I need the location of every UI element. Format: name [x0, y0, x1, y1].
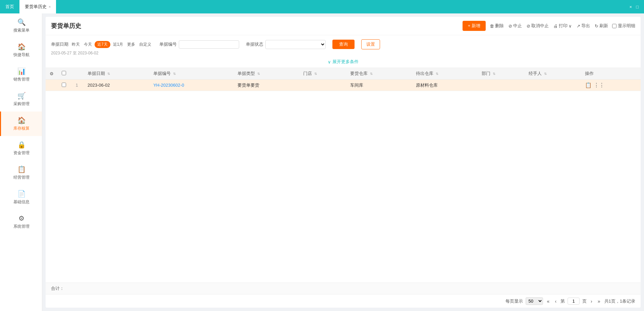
print-chevron-icon: ∨: [569, 24, 572, 29]
row-store: [299, 80, 346, 91]
date-filter-label: 单据日期: [51, 41, 68, 47]
system-icon: ⚙: [18, 214, 24, 222]
th-doc-type: 单据类型 ⇅: [233, 68, 299, 80]
th-doc-no-label: 单据编号: [153, 71, 171, 76]
row-settings-cell: [46, 80, 58, 91]
sidebar-item-basic-info[interactable]: 📄 基础信息: [0, 185, 42, 210]
row-doc-no: YH-20230602-0: [149, 80, 233, 91]
chart-icon: 📊: [17, 67, 26, 75]
status-select[interactable]: [265, 40, 326, 49]
th-action: 操作: [581, 68, 641, 80]
settings-button[interactable]: 设置: [361, 39, 380, 49]
th-checkbox: [58, 68, 70, 80]
page-input[interactable]: [568, 298, 580, 305]
data-table: ⚙ 单据日期 ⇅ 单据编号: [46, 68, 641, 91]
row-checkbox[interactable]: [62, 83, 66, 87]
sort-req-warehouse-icon[interactable]: ⇅: [370, 72, 373, 76]
sidebar-item-purchase-label: 采购管理: [13, 101, 30, 107]
total-info: 共1页，1条记录: [604, 298, 635, 304]
table-footer: 合计：: [46, 282, 641, 294]
first-page-btn[interactable]: «: [546, 298, 551, 305]
th-pending-warehouse: 待出仓库 ⇅: [412, 68, 478, 80]
tab-requisition-history[interactable]: 要货单历史 ×: [19, 0, 56, 13]
sidebar: 🔍 搜索菜单 🏠 快捷导航 📊 销售管理 🛒 采购管理 🏠 库存核算 🔒 资金管…: [0, 13, 42, 311]
table-row: 1 2023-06-02 YH-20230602-0 要货单要货 车间库 原材料…: [46, 80, 641, 91]
stop-button[interactable]: ⊘ 中止: [508, 21, 523, 30]
doc-no-link[interactable]: YH-20230602-0: [153, 83, 184, 88]
th-req-warehouse: 要货仓库 ⇅: [346, 68, 412, 80]
date-shortcut-today[interactable]: 今天: [83, 41, 93, 48]
sidebar-item-finance-mgmt[interactable]: 🔒 资金管理: [0, 136, 42, 161]
date-shortcut-7days[interactable]: 近7天: [95, 41, 110, 48]
new-button[interactable]: + 新增: [463, 21, 486, 31]
sidebar-item-system-label: 系统管理: [13, 224, 30, 229]
window-maximize-btn[interactable]: □: [636, 4, 639, 9]
expand-more-btn[interactable]: ∨ 展开更多条件: [51, 59, 635, 65]
th-department-label: 部门: [482, 71, 490, 76]
sort-doc-no-icon[interactable]: ⇅: [173, 72, 176, 76]
page-size-select[interactable]: 50 10 20 100: [526, 297, 543, 305]
sort-doc-date-icon[interactable]: ⇅: [107, 72, 110, 76]
cancel-stop-button[interactable]: ⊘ 取消中止: [526, 21, 549, 30]
filter-row: 单据日期 昨天 今天 近7天 近1月 更多 自定义 单据编号: [51, 39, 635, 49]
th-doc-date: 单据日期 ⇅: [84, 68, 149, 80]
sidebar-item-operations-mgmt[interactable]: 📋 经营管理: [0, 161, 42, 185]
cart-icon: 🛒: [17, 92, 26, 100]
toolbar: + 新增 🗑 删除 ⊘ 中止 ⊘ 取消中止 🖨 打: [463, 21, 635, 31]
show-detail-toggle[interactable]: 显示明细: [612, 23, 635, 29]
row-req-warehouse: 车间库: [346, 80, 412, 91]
sort-department-icon[interactable]: ⇅: [493, 72, 495, 76]
sidebar-item-inventory-calc[interactable]: 🏠 库存核算: [0, 112, 42, 136]
row-checkbox-cell: [58, 80, 70, 91]
prev-page-btn[interactable]: ‹: [553, 298, 558, 305]
delete-button[interactable]: 🗑 删除: [489, 21, 504, 30]
show-detail-checkbox[interactable]: [612, 24, 616, 28]
date-shortcut-custom[interactable]: 自定义: [138, 41, 153, 48]
export-label: 导出: [581, 23, 590, 29]
delete-icon: 🗑: [490, 24, 494, 29]
refresh-button[interactable]: ↻ 刷新: [594, 21, 609, 30]
window-close-btn[interactable]: ×: [630, 4, 632, 9]
refresh-icon: ↻: [595, 24, 598, 29]
row-action: 📋 ⋮⋮: [581, 80, 641, 91]
th-handler-label: 经手人: [529, 71, 542, 76]
sidebar-item-quick-nav[interactable]: 🏠 快捷导航: [0, 38, 42, 62]
row-view-btn[interactable]: 📋: [585, 82, 592, 88]
sort-doc-type-icon[interactable]: ⇅: [257, 72, 260, 76]
select-all-checkbox[interactable]: [62, 71, 66, 75]
tab-close-icon[interactable]: ×: [49, 5, 51, 9]
page-unit: 页: [582, 298, 587, 304]
column-settings-icon[interactable]: ⚙: [50, 71, 54, 76]
tab-requisition-label: 要货单历史: [25, 4, 47, 10]
sidebar-item-system-mgmt[interactable]: ⚙ 系统管理: [0, 210, 42, 234]
row-department: [478, 80, 525, 91]
date-shortcut-more[interactable]: 更多: [126, 41, 137, 48]
print-button[interactable]: 🖨 打印 ∨: [553, 21, 573, 30]
th-handler: 经手人 ⇅: [525, 68, 581, 80]
sidebar-item-search-menu[interactable]: 🔍 搜索菜单: [0, 13, 42, 38]
table-header-row: ⚙ 单据日期 ⇅ 单据编号: [46, 68, 641, 80]
row-pending-warehouse: 原材料仓库: [412, 80, 478, 91]
sort-store-icon[interactable]: ⇅: [314, 72, 317, 76]
date-shortcut-yesterday[interactable]: 昨天: [70, 41, 81, 48]
tab-home[interactable]: 首页: [0, 0, 19, 13]
content-area: 要货单历史 + 新增 🗑 删除 ⊘ 中止 ⊘ 取消中止: [42, 13, 644, 311]
sort-pending-warehouse-icon[interactable]: ⇅: [436, 72, 438, 76]
last-page-btn[interactable]: »: [596, 298, 602, 305]
page-header: 要货单历史 + 新增 🗑 删除 ⊘ 中止 ⊘ 取消中止: [46, 17, 641, 35]
inventory-icon: 🏠: [17, 116, 26, 124]
docno-input[interactable]: [179, 40, 239, 49]
sum-label: 合计：: [51, 286, 64, 291]
row-more-btn[interactable]: ⋮⋮: [594, 82, 604, 88]
sidebar-item-sales-mgmt[interactable]: 📊 销售管理: [0, 62, 42, 87]
stop-icon: ⊘: [508, 24, 512, 29]
date-shortcut-1month[interactable]: 近1月: [112, 41, 125, 48]
next-page-btn[interactable]: ›: [589, 298, 594, 305]
query-button[interactable]: 查询: [332, 40, 355, 49]
export-button[interactable]: ↗ 导出: [576, 21, 591, 30]
date-shortcuts: 昨天 今天 近7天 近1月 更多 自定义: [70, 41, 153, 48]
th-doc-type-label: 单据类型: [237, 71, 255, 76]
sidebar-item-purchase-mgmt[interactable]: 🛒 采购管理: [0, 87, 42, 112]
sort-handler-icon[interactable]: ⇅: [544, 72, 547, 76]
th-settings: ⚙: [46, 68, 58, 80]
